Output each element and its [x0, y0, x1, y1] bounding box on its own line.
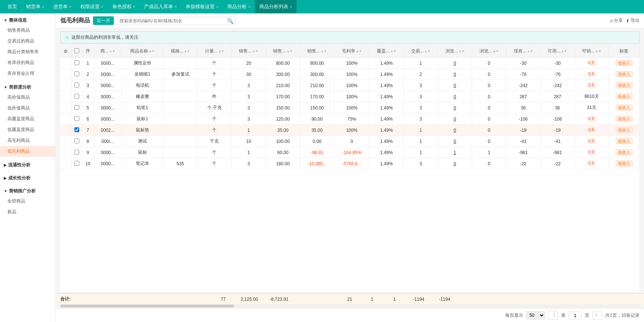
nav-goods-analysis[interactable]: 商品分析 × [223, 0, 255, 13]
col-header-available[interactable]: 可用...▲▼ [540, 45, 574, 58]
cell-check[interactable] [71, 69, 82, 80]
views1-link[interactable]: 0 [454, 94, 456, 99]
row-checkbox[interactable] [74, 60, 79, 65]
close-product-entry-icon[interactable]: × [174, 5, 177, 9]
page-number-input[interactable] [568, 312, 582, 319]
close-sales-icon[interactable]: × [42, 5, 44, 9]
row-checkbox[interactable] [74, 105, 79, 110]
search-input[interactable] [119, 18, 227, 23]
cell-check[interactable] [71, 102, 82, 114]
sidebar-item-stock-capital[interactable]: 库存资金占用 [0, 68, 55, 79]
nav-home[interactable]: 首页 [3, 0, 22, 13]
time-filter-button[interactable]: 近一月 [93, 16, 114, 25]
sidebar-item-sales-goods[interactable]: 销售类商品 [0, 25, 55, 36]
sidebar-item-low-value[interactable]: 低价值商品 [0, 103, 55, 114]
views1-link[interactable]: 0 [454, 139, 456, 144]
nav-role[interactable]: 角色授权 × [108, 0, 140, 13]
export-button[interactable]: ⬆ 导出 [626, 17, 640, 24]
sidebar-item-traded-goods[interactable]: 交易过的商品 [0, 36, 55, 47]
views1-link[interactable]: 0 [454, 61, 456, 66]
views1-link[interactable]: 0 [454, 128, 456, 133]
cell-check[interactable] [71, 125, 82, 136]
sidebar-item-all-goods[interactable]: 全部商品 [0, 196, 55, 207]
col-header-settings[interactable]: ⚙ [60, 45, 71, 58]
prev-page-button[interactable]: 〈 [548, 311, 558, 320]
views1-link[interactable]: 0 [454, 83, 456, 88]
cell-check[interactable] [71, 136, 82, 147]
row-checkbox[interactable] [74, 138, 79, 143]
check-all-checkbox[interactable] [74, 48, 79, 53]
next-page-button[interactable]: 〉 [592, 311, 602, 320]
col-header-coverage[interactable]: 覆盖...▲▼ [369, 45, 404, 58]
cell-views1[interactable]: 0 [438, 58, 472, 69]
nav-goods-analysis-list[interactable]: 商品分析列表 × [255, 0, 297, 13]
page-size-select[interactable]: 50 20 100 [526, 311, 545, 319]
cell-views1[interactable]: 0 [438, 136, 472, 147]
views1-link[interactable]: 0 [454, 72, 456, 77]
cell-check[interactable] [71, 114, 82, 125]
nav-purchase[interactable]: 进货单 × [49, 0, 76, 13]
close-template-icon[interactable]: × [216, 5, 218, 9]
scrollbar-thumb[interactable] [60, 305, 234, 307]
nav-template[interactable]: 单据模板设置 × [181, 0, 223, 13]
sidebar-group-overall[interactable]: ▼ 整体信息 [0, 15, 55, 25]
cell-views1[interactable]: 0 [438, 91, 472, 102]
cell-check[interactable] [71, 158, 82, 169]
cell-views1[interactable]: 0 [438, 102, 472, 114]
share-button[interactable]: ⎋ 分享 [610, 17, 623, 24]
col-header-transaction[interactable]: 交易...▲▼ [404, 45, 438, 58]
sidebar-group-circulation[interactable]: ▶ 流通性分析 [0, 160, 55, 170]
col-header-unit[interactable]: 计量...▲▼ [198, 45, 232, 58]
views1-link[interactable]: 0 [454, 161, 456, 166]
nav-sales[interactable]: 销货单 × [22, 0, 49, 13]
sidebar-group-cluster[interactable]: ▼ 类群度分析 [0, 82, 55, 92]
sidebar-item-high-value[interactable]: 高价值商品 [0, 92, 55, 103]
cell-views1[interactable]: 0 [438, 125, 472, 136]
cell-views1[interactable]: 0 [438, 80, 472, 91]
sidebar-item-low-coverage[interactable]: 低覆盖度商品 [0, 124, 55, 135]
col-header-views2[interactable]: 浏览...▲▼ [472, 45, 506, 58]
col-header-sales-price[interactable]: 销售...▲▼ [266, 45, 300, 58]
data-table-container[interactable]: ⚙ 序 商...▲▼ 商品名称▲▼ 规格...▲▼ 计量...▲▼ 销售...▲… [60, 45, 640, 292]
views1-link[interactable]: 0 [454, 117, 456, 122]
row-checkbox[interactable] [74, 116, 79, 121]
sidebar-group-growth[interactable]: ▶ 成长性分析 [0, 173, 55, 183]
col-header-sales-profit[interactable]: 销售...▲▼ [300, 45, 334, 58]
col-header-current-stock[interactable]: 现有...▲▼ [506, 45, 541, 58]
sidebar-item-low-margin[interactable]: 低毛利商品 [0, 146, 55, 157]
col-header-gross-margin[interactable]: 毛利率▲▼ [334, 45, 369, 58]
views1-link[interactable]: 0 [454, 105, 456, 111]
cell-check[interactable] [71, 91, 82, 102]
row-checkbox[interactable] [74, 83, 79, 87]
sidebar-group-marketing[interactable]: ▼ 营销推广分析 [0, 186, 55, 196]
cell-views1[interactable]: 0 [438, 69, 472, 80]
cell-check[interactable] [71, 58, 82, 69]
row-checkbox[interactable] [74, 94, 79, 99]
horizontal-scrollbar[interactable] [60, 305, 640, 307]
close-goods-list-icon[interactable]: × [290, 5, 292, 9]
search-icon[interactable]: 🔍 [227, 18, 233, 24]
sidebar-item-in-stock[interactable]: 有库存的商品 [0, 57, 55, 68]
close-permission-icon[interactable]: × [101, 5, 103, 9]
nav-permission[interactable]: 权限设置 × [76, 0, 108, 13]
cell-views1[interactable]: 0 [438, 158, 472, 169]
col-header-check[interactable] [71, 45, 82, 58]
close-role-icon[interactable]: × [133, 5, 135, 9]
sidebar-item-high-coverage[interactable]: 高覆盖度商品 [0, 114, 55, 124]
cell-check[interactable] [71, 80, 82, 91]
views1-link[interactable]: 1 [454, 150, 456, 155]
sidebar-item-category-rate[interactable]: 商品分类销售率 [0, 47, 55, 57]
row-checkbox[interactable] [74, 161, 79, 166]
row-checkbox[interactable] [74, 127, 79, 132]
close-purchase-icon[interactable]: × [69, 5, 71, 9]
close-goods-analysis-icon[interactable]: × [248, 5, 250, 9]
col-header-name[interactable]: 商品名称▲▼ [122, 45, 163, 58]
col-header-spec[interactable]: 规格...▲▼ [163, 45, 198, 58]
col-header-sales-qty[interactable]: 销售...▲▼ [231, 45, 266, 58]
row-checkbox[interactable] [74, 150, 79, 154]
nav-product-entry[interactable]: 产成品入库单 × [140, 0, 181, 13]
cell-views1[interactable]: 0 [438, 114, 472, 125]
sidebar-item-high-margin[interactable]: 高毛利商品 [0, 135, 55, 146]
cell-check[interactable] [71, 147, 82, 158]
sidebar-item-new-goods[interactable]: 新品 [0, 207, 55, 217]
